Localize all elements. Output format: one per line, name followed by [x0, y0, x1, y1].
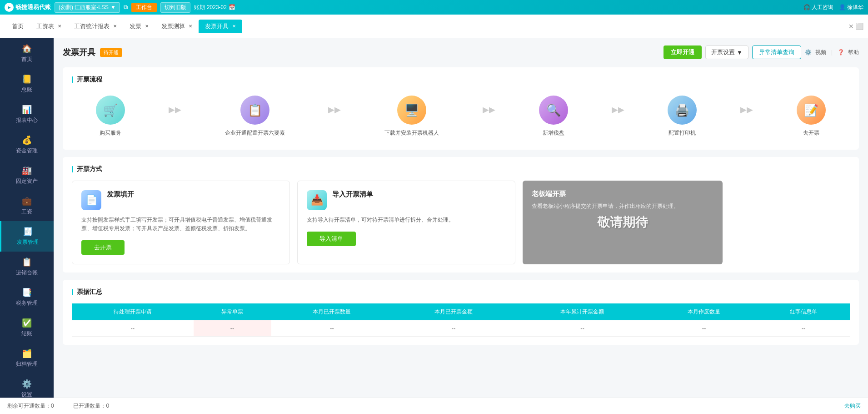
close-payroll-icon[interactable]: ✕ [58, 24, 61, 29]
sidebar-item-home-label: 首页 [21, 56, 32, 63]
arrow2-icon: ▶▶ [328, 105, 341, 115]
company-selector[interactable]: (勿删) 江西服室-LSS ▼ [55, 2, 120, 13]
method-card-import: 📥 导入开票清单 支持导入待开票清单，可对待开票清单进行拆分、合并处理。 导入清… [297, 181, 515, 264]
top-bar-left: 畅捷通易代账 (勿删) 江西服室-LSS ▼ ⧉ 工作台 切到旧版 账期 202… [5, 2, 235, 13]
method-card-import-header: 📥 导入开票清单 [307, 190, 506, 210]
settlement-icon: ✅ [22, 318, 32, 328]
restore-icon[interactable]: ⬜ [856, 23, 863, 30]
step-config-label: 企业开通配置开票六要素 [225, 129, 285, 137]
open-settings-label: 开票设置 [711, 48, 735, 56]
bottom-bar: 剩余可开通数量：0 已开通数量：0 去购买 [0, 398, 868, 414]
consult-item[interactable]: 🎧 人工咨询 [803, 4, 833, 11]
salary-icon: 💼 [22, 196, 32, 206]
tab-invoice-calc[interactable]: 发票测算 ✕ [155, 20, 199, 33]
step-printer-label: 配置打印机 [668, 129, 696, 137]
sidebar-item-invoice-mgmt[interactable]: 🧾 发票管理 [0, 221, 54, 252]
method-manual-btn-area: 去开票 [81, 240, 280, 255]
sidebar-item-assets-label: 固定资产 [16, 177, 38, 185]
cell-red-info: -- [758, 320, 850, 337]
cell-void-count: -- [650, 320, 757, 337]
tab-payroll[interactable]: 工资表 ✕ [30, 20, 68, 33]
help-label: 帮助 [848, 49, 859, 56]
tax-icon: 📑 [22, 288, 32, 298]
summary-table: 待处理开票申请 异常单票 本月已开票数量 本月已开票金额 本年累计开票金额 本月… [72, 303, 850, 337]
sidebar-item-funds[interactable]: 💰 资金管理 [0, 130, 54, 160]
summary-table-header: 待处理开票申请 异常单票 本月已开票数量 本月已开票金额 本年累计开票金额 本月… [72, 303, 850, 320]
sidebar-item-settlement-label: 结账 [21, 330, 32, 338]
workspace-button[interactable]: 工作台 [131, 3, 157, 12]
method-import-title: 导入开票清单 [332, 190, 373, 199]
open-settings-button[interactable]: 开票设置 ▼ [705, 45, 748, 59]
import-list-button[interactable]: 导入清单 [307, 232, 356, 246]
assets-icon: 🏭 [22, 166, 32, 176]
method-manual-title: 发票填开 [107, 190, 134, 199]
sidebar-item-purchase-sales[interactable]: 📋 进销台账 [0, 252, 54, 282]
sidebar-item-funds-label: 资金管理 [16, 147, 38, 155]
method-card-manual: 📄 发票填开 支持按照发票样式手工填写开发票；可开具增值税电子普通发票、增值税普… [72, 181, 290, 264]
step-printer: 🖨️ 配置打印机 [668, 96, 697, 137]
opened-quota-label: 已开通数量：0 [73, 403, 109, 409]
process-section-title: 开票流程 [72, 76, 850, 84]
immediate-open-button[interactable]: 立即开通 [663, 45, 702, 59]
buy-link[interactable]: 去购买 [844, 403, 861, 409]
close-all-icon[interactable]: ✕ [848, 23, 854, 30]
step-config: 📋 企业开通配置开票六要素 [225, 96, 285, 137]
method-import-btn-area: 导入清单 [307, 232, 506, 246]
close-invoice-issue-icon[interactable]: ✕ [232, 24, 236, 29]
step-buy-icon: 🛒 [96, 96, 125, 125]
tab-home-label: 首页 [12, 22, 24, 30]
step-issue-icon: 📝 [797, 96, 826, 125]
process-section: 开票流程 🛒 购买服务 ▶▶ 📋 企业开通配置开票六要素 ▶▶ 🖥️ 下载并安装… [63, 67, 859, 150]
step-buy-label: 购买服务 [100, 129, 121, 137]
sidebar-item-invoice-mgmt-label: 发票管理 [17, 238, 39, 246]
abnormal-query-button[interactable]: 异常清单查询 [752, 45, 801, 59]
tab-invoice-issue[interactable]: 发票开具 ✕ [199, 20, 242, 33]
arrow3-icon: ▶▶ [483, 105, 495, 115]
cell-monthly-count: -- [271, 320, 393, 337]
close-invoice-icon[interactable]: ✕ [145, 24, 149, 29]
sidebar-item-salary[interactable]: 💼 工资 [0, 191, 54, 221]
close-payroll-report-icon[interactable]: ✕ [113, 24, 117, 29]
header-actions: 立即开通 开票设置 ▼ 异常清单查询 ⚙️ 视频 | ❓ 帮助 [663, 45, 859, 59]
sidebar-item-home[interactable]: 🏠 首页 [0, 38, 54, 69]
headset-icon: 🎧 [803, 4, 810, 10]
sidebar-item-ledger[interactable]: 📒 总账 [0, 69, 54, 99]
col-pending: 待处理开票申请 [72, 303, 194, 320]
col-monthly-amount: 本月已开票金额 [393, 303, 514, 320]
bottom-divider [61, 403, 66, 409]
method-card-manual-header: 📄 发票填开 [81, 190, 280, 210]
go-issue-button[interactable]: 去开票 [81, 240, 125, 255]
boss-card-title: 老板端开票 [532, 190, 713, 198]
sidebar-item-archive[interactable]: 🗂️ 归档管理 [0, 343, 54, 374]
sidebar-item-purchase-sales-label: 进销台账 [16, 269, 38, 277]
sidebar-item-tax[interactable]: 📑 税务管理 [0, 282, 54, 313]
switch-old-button[interactable]: 切到旧版 [160, 2, 190, 13]
tab-payroll-label: 工资表 [36, 22, 54, 30]
tab-invoice-label: 发票 [130, 22, 141, 30]
close-invoice-calc-icon[interactable]: ✕ [189, 24, 192, 29]
purchase-sales-icon: 📋 [22, 257, 32, 267]
arrow5-icon: ▶▶ [740, 105, 753, 115]
copy-icon[interactable]: ⧉ [124, 4, 128, 11]
step-issue: 📝 去开票 [797, 96, 826, 137]
sidebar-item-reports[interactable]: 📊 报表中心 [0, 99, 54, 130]
method-manual-icon: 📄 [81, 190, 101, 210]
step-buy-service: 🛒 购买服务 [96, 96, 125, 137]
tab-payroll-report[interactable]: 工资统计报表 ✕ [68, 20, 123, 33]
sidebar: 🏠 首页 📒 总账 📊 报表中心 💰 资金管理 🏭 固定资产 💼 工资 🧾 发票… [0, 38, 54, 414]
step-download: 🖥️ 下载并安装开票机器人 [384, 96, 439, 137]
view-label: 视频 [815, 49, 826, 56]
tab-invoice[interactable]: 发票 ✕ [123, 20, 155, 33]
col-yearly-amount: 本年累计开票金额 [514, 303, 651, 320]
video-icon: ⚙️ [805, 49, 812, 56]
tab-home[interactable]: 首页 [5, 20, 30, 33]
remain-quota-label: 剩余可开通数量：0 [7, 403, 54, 409]
app-logo: 畅捷通易代账 [5, 3, 51, 12]
user-item[interactable]: 👤 徐泽华 [839, 4, 863, 11]
sidebar-item-assets[interactable]: 🏭 固定资产 [0, 160, 54, 191]
sidebar-item-salary-label: 工资 [21, 208, 32, 216]
method-cards: 📄 发票填开 支持按照发票样式手工填写开发票；可开具增值税电子普通发票、增值税普… [72, 181, 850, 264]
sidebar-item-settlement[interactable]: ✅ 结账 [0, 313, 54, 343]
calendar-icon[interactable]: 📅 [229, 4, 235, 10]
reports-icon: 📊 [22, 105, 32, 115]
